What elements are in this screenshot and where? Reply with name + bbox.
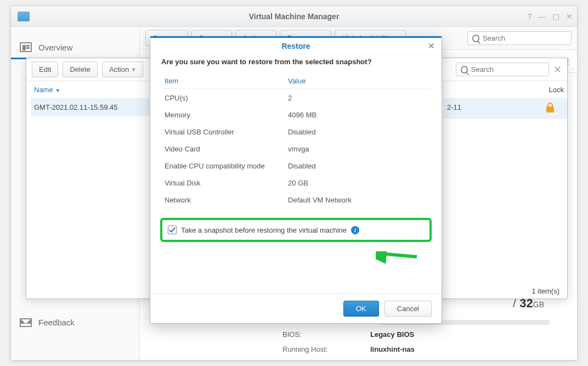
info-icon[interactable]: i — [351, 226, 359, 234]
snapshot-checkbox-row[interactable]: Take a snapshot before restoring the vir… — [160, 218, 432, 242]
dialog-question: Are you sure you want to restore from th… — [150, 54, 442, 72]
action-button[interactable]: Action▼ — [102, 61, 143, 77]
overview-icon — [20, 42, 32, 52]
checkbox-label: Take a snapshot before restoring the vir… — [181, 226, 347, 234]
table-row: Memory4096 MB — [162, 107, 429, 123]
search-box[interactable] — [456, 63, 549, 76]
host-value: linuxhint-nas — [370, 345, 480, 353]
table-row: CPU(s)2 — [162, 90, 429, 106]
close-icon[interactable]: ✕ — [428, 41, 435, 51]
sidebar-item-overview[interactable]: Overview — [11, 37, 139, 59]
svg-line-0 — [380, 254, 417, 257]
title-bar: Virtual Machine Manager ? — ▢ ✕ — [11, 6, 577, 27]
delete-button[interactable]: Delete — [63, 61, 98, 77]
chevron-down-icon: ▼ — [131, 67, 136, 72]
search-icon — [472, 35, 479, 42]
restore-dialog: Restore ✕ Are you sure you want to resto… — [150, 36, 442, 324]
edit-button[interactable]: Edit — [32, 61, 58, 77]
table-row: Virtual USB ControllerDisabled — [162, 124, 429, 140]
table-row: NetworkDefault VM Network — [162, 192, 429, 208]
column-name[interactable]: Name▼ — [34, 86, 60, 94]
dialog-title: Restore — [281, 42, 310, 50]
ok-button[interactable]: OK — [343, 301, 379, 317]
lock-icon — [546, 106, 554, 112]
maximize-icon[interactable]: ▢ — [552, 12, 559, 21]
dialog-title-bar: Restore ✕ — [150, 38, 442, 54]
window-controls: ? — ▢ ✕ — [527, 12, 573, 21]
mail-icon — [20, 318, 32, 327]
cancel-button[interactable]: Cancel — [385, 301, 432, 317]
column-item: Item — [162, 74, 285, 89]
column-value: Value — [286, 74, 429, 89]
item-count: 1 item(s) — [532, 287, 559, 295]
sidebar-item-label: Feedback — [38, 318, 75, 327]
annotation-arrow-icon — [376, 251, 420, 268]
sidebar-item-feedback[interactable]: Feedback — [20, 318, 75, 327]
dialog-footer: OK Cancel — [150, 294, 442, 323]
chevron-down-icon: ▼ — [55, 88, 60, 93]
detail-value: 2-11 — [447, 103, 536, 114]
vm-info-grid: BIOS:Legacy BIOS Running Host:linuxhint-… — [282, 330, 561, 353]
search-input[interactable] — [483, 34, 567, 42]
search-input[interactable] — [471, 65, 544, 74]
host-label: Running Host: — [282, 345, 370, 353]
bios-value: Legacy BIOS — [370, 330, 480, 339]
minimize-icon[interactable]: — — [538, 12, 546, 21]
close-icon[interactable]: ✕ — [553, 64, 562, 76]
table-row: Enable CPU compatibility modeDisabled — [162, 158, 429, 174]
column-lock[interactable]: Lock — [549, 86, 564, 94]
sidebar-item-label: Overview — [38, 43, 73, 52]
snapshot-details: Lock 2-11 — [443, 81, 567, 284]
table-row: Video Cardvmvga — [162, 141, 429, 157]
search-icon — [461, 66, 468, 74]
app-icon — [18, 12, 30, 21]
properties-table: Item Value CPU(s)2 Memory4096 MB Virtual… — [161, 72, 431, 209]
help-icon[interactable]: ? — [527, 12, 532, 21]
table-row: Virtual Disk20 GB — [162, 175, 429, 191]
table-row[interactable]: 2-11 — [444, 99, 567, 119]
window-title: Virtual Machine Manager — [249, 12, 340, 21]
bios-label: BIOS: — [282, 330, 370, 339]
checkbox[interactable] — [168, 226, 177, 234]
search-box[interactable] — [467, 31, 572, 45]
close-icon[interactable]: ✕ — [566, 12, 573, 21]
